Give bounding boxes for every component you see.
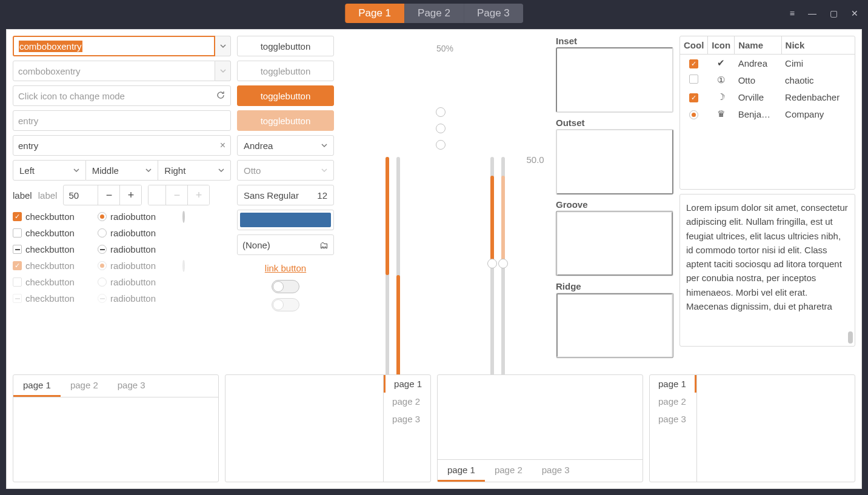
alert-circle-icon: ① bbox=[708, 71, 735, 88]
tree-row[interactable]: ✓ ✔ AndreaCimi bbox=[680, 55, 855, 72]
checkbutton-unchecked[interactable]: checkbutton bbox=[13, 228, 98, 238]
togglebutton-active-disabled: togglebutton bbox=[237, 110, 334, 131]
placeholder-entry[interactable]: entry bbox=[13, 110, 231, 131]
radiobutton-checked-disabled: radiobutton bbox=[98, 261, 182, 271]
frame-label-outset: Outset bbox=[556, 118, 673, 128]
open-folder-icon: 🗂 bbox=[319, 240, 329, 250]
column-buttons: togglebutton togglebutton togglebutton t… bbox=[237, 36, 334, 367]
nb-tab-page1[interactable]: page 1 bbox=[13, 375, 61, 397]
checkbutton-checked[interactable]: ✓checkbutton bbox=[13, 211, 98, 222]
spinner-icon-disabled bbox=[182, 259, 185, 272]
tree-col-name[interactable]: Name bbox=[735, 36, 781, 55]
combobox-dropdown-icon[interactable] bbox=[215, 36, 231, 56]
radiobutton-checked[interactable]: radiobutton bbox=[98, 211, 182, 222]
font-button[interactable]: Sans Regular12 bbox=[237, 185, 334, 205]
tree-row[interactable]: ① Ottochaotic bbox=[680, 71, 855, 88]
row-check-icon[interactable]: ✓ bbox=[689, 93, 698, 102]
tree-col-cool[interactable]: Cool bbox=[680, 36, 708, 55]
nb-tab-page3[interactable]: page 3 bbox=[650, 410, 696, 428]
frame-groove bbox=[556, 211, 673, 276]
spin-minus-button[interactable]: − bbox=[98, 185, 119, 205]
checkbutton-unchecked-disabled: checkbutton bbox=[13, 277, 98, 287]
nb-tab-page1[interactable]: page 1 bbox=[650, 375, 696, 393]
combobox-andrea[interactable]: Andrea bbox=[237, 135, 334, 156]
nb-tab-page2[interactable]: page 2 bbox=[485, 460, 532, 482]
frame-label-groove: Groove bbox=[556, 199, 673, 210]
combobox-otto-disabled: Otto bbox=[237, 160, 334, 181]
checkbutton-mixed-disabled: checkbutton bbox=[13, 293, 98, 304]
hamburger-icon[interactable]: ≡ bbox=[790, 8, 795, 18]
text-view[interactable]: Lorem ipsum dolor sit amet, consectetur … bbox=[679, 194, 855, 347]
segment-middle[interactable]: Middle bbox=[86, 160, 159, 181]
vscale-right-a[interactable] bbox=[490, 157, 494, 393]
link-button[interactable]: link button bbox=[237, 263, 334, 273]
spin-button[interactable]: 50 − + bbox=[63, 185, 142, 205]
nb-tab-page1[interactable]: page 1 bbox=[384, 375, 430, 393]
switch-off-disabled bbox=[272, 298, 299, 311]
tree-col-nick[interactable]: Nick bbox=[781, 36, 855, 55]
notebooks-row: page 1 page 2 page 3 page 1 page 2 page … bbox=[7, 374, 861, 488]
nb-tab-page1[interactable]: page 1 bbox=[438, 460, 485, 482]
checkbutton-checked-disabled: ✓checkbutton bbox=[13, 261, 98, 271]
vscale-right-b[interactable] bbox=[501, 157, 505, 393]
scrollbar-thumb[interactable] bbox=[848, 331, 853, 344]
notebook-tabs-bottom: page 1 page 2 page 3 bbox=[437, 374, 643, 482]
header-tab-page2[interactable]: Page 2 bbox=[404, 4, 464, 23]
tree-col-icon[interactable]: Icon bbox=[708, 36, 735, 55]
vscale-group-left bbox=[386, 157, 400, 393]
spin-plus-button: + bbox=[187, 185, 209, 205]
radiobutton-unchecked[interactable]: radiobutton bbox=[98, 228, 182, 238]
nb-tab-page2[interactable]: page 2 bbox=[61, 375, 108, 397]
tree-view[interactable]: Cool Icon Name Nick ✓ ✔ AndreaCimi ① Ott… bbox=[679, 36, 855, 190]
vscale-left-b[interactable] bbox=[396, 157, 400, 393]
header-bar: Page 1 Page 2 Page 3 ≡ — ▢ ✕ bbox=[0, 0, 868, 27]
frame-label-ridge: Ridge bbox=[556, 281, 673, 291]
nb-tab-page3[interactable]: page 3 bbox=[532, 460, 579, 482]
progress-label: 50% bbox=[340, 44, 550, 53]
tree-row[interactable]: ♛ Benja…Company bbox=[680, 105, 855, 122]
row-radio-icon[interactable] bbox=[689, 110, 698, 119]
header-stack-switcher: Page 1 Page 2 Page 3 bbox=[345, 4, 523, 23]
combobox-entry-focused[interactable]: comboboxentry bbox=[13, 36, 231, 56]
switch-off[interactable] bbox=[272, 280, 299, 293]
row-check-icon[interactable] bbox=[689, 75, 698, 84]
minimize-button[interactable]: — bbox=[808, 8, 816, 18]
check-radio-grid: ✓checkbutton radiobutton checkbutton rad… bbox=[13, 211, 231, 304]
frame-ridge bbox=[556, 293, 673, 358]
static-label: label bbox=[13, 190, 32, 201]
notebook-tabs-left: page 1 page 2 page 3 bbox=[649, 374, 855, 482]
nb-tab-page2[interactable]: page 2 bbox=[384, 393, 430, 410]
nb-tab-page3[interactable]: page 3 bbox=[108, 375, 155, 397]
checkbutton-mixed[interactable]: checkbutton bbox=[13, 244, 98, 254]
color-button[interactable] bbox=[237, 210, 334, 230]
column-entries: comboboxentry comboboxentry Click icon t… bbox=[13, 36, 231, 367]
maximize-button[interactable]: ▢ bbox=[830, 8, 838, 18]
check-circle-icon: ✔ bbox=[708, 55, 735, 72]
vscale-group-right: 50.0 bbox=[490, 157, 505, 393]
radiobutton-unchecked-disabled: radiobutton bbox=[98, 277, 182, 287]
frame-inset bbox=[556, 47, 673, 113]
refresh-icon[interactable] bbox=[216, 90, 225, 102]
entry-with-clear[interactable]: entry × bbox=[13, 135, 231, 156]
clear-icon[interactable]: × bbox=[220, 140, 225, 151]
nb-tab-page3[interactable]: page 3 bbox=[384, 410, 430, 428]
notebook-tabs-right: page 1 page 2 page 3 bbox=[225, 374, 431, 482]
file-chooser-button[interactable]: (None)🗂 bbox=[237, 234, 334, 255]
vscale-left-a[interactable] bbox=[386, 157, 389, 393]
spinner-icon bbox=[182, 210, 185, 223]
close-button[interactable]: ✕ bbox=[851, 8, 858, 18]
header-tab-page3[interactable]: Page 3 bbox=[464, 4, 523, 23]
radiobutton-mixed-disabled: radiobutton bbox=[98, 293, 182, 304]
nb-tab-page2[interactable]: page 2 bbox=[650, 393, 696, 410]
row-check-icon[interactable]: ✓ bbox=[689, 59, 698, 68]
segment-left[interactable]: Left bbox=[13, 160, 86, 181]
togglebutton-active[interactable]: togglebutton bbox=[237, 85, 334, 106]
notebook-tabs-top: page 1 page 2 page 3 bbox=[13, 374, 219, 482]
header-tab-page1[interactable]: Page 1 bbox=[345, 4, 404, 23]
togglebutton-normal[interactable]: togglebutton bbox=[237, 36, 334, 56]
radiobutton-mixed[interactable]: radiobutton bbox=[98, 244, 182, 254]
mode-entry[interactable]: Click icon to change mode bbox=[13, 85, 231, 106]
spin-plus-button[interactable]: + bbox=[119, 185, 141, 205]
tree-row[interactable]: ✓ ☽ OrvilleRedenbacher bbox=[680, 88, 855, 105]
segment-right[interactable]: Right bbox=[158, 160, 231, 181]
